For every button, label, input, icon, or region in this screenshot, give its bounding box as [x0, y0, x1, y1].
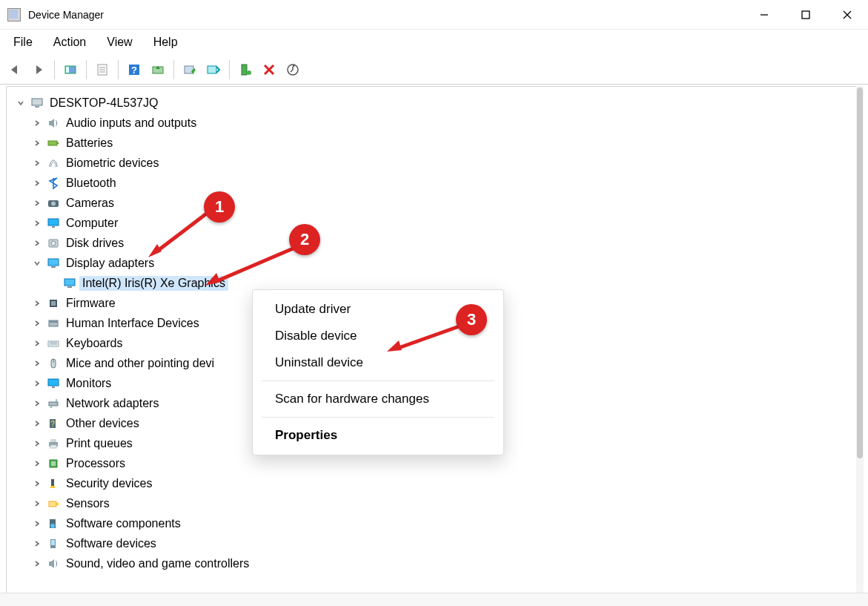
ctx-separator: [262, 381, 494, 381]
caret-right-icon[interactable]: [30, 397, 44, 410]
tree-item-batteries[interactable]: Batteries: [11, 133, 860, 153]
tree-item-label: Mice and other pointing devi: [63, 356, 217, 371]
svg-point-60: [50, 524, 55, 528]
fingerprint-icon: [47, 157, 60, 170]
tree-item-label: Sound, video and game controllers: [63, 556, 252, 571]
bluetooth-icon: [47, 177, 60, 190]
toolbar-update-driver-button[interactable]: [148, 59, 168, 80]
svg-rect-1: [802, 11, 809, 19]
keyboard-icon: [47, 337, 60, 350]
caret-right-icon[interactable]: [30, 297, 44, 310]
caret-down-icon[interactable]: [30, 257, 44, 270]
toolbar-uninstall-button[interactable]: [259, 59, 279, 80]
minimize-button[interactable]: [743, 0, 785, 30]
tree-item-computer[interactable]: Computer: [11, 213, 860, 233]
display-icon: [47, 257, 60, 270]
cpu-icon: [47, 457, 60, 470]
tree-item-biometric-devices[interactable]: Biometric devices: [11, 153, 860, 173]
caret-right-icon[interactable]: [30, 116, 44, 130]
tree-item-bluetooth[interactable]: Bluetooth: [11, 173, 860, 193]
caret-right-icon[interactable]: [30, 217, 44, 230]
scrollbar[interactable]: [856, 86, 864, 599]
tree-item-label: Audio inputs and outputs: [63, 116, 199, 131]
caret-right-icon[interactable]: [30, 417, 44, 430]
svg-rect-23: [57, 142, 59, 144]
scrollbar-thumb[interactable]: [857, 88, 863, 458]
caret-right-icon[interactable]: [30, 237, 44, 250]
tree-item-label: Processors: [63, 456, 128, 471]
caret-right-icon[interactable]: [30, 357, 44, 370]
toolbar-enable-device-button[interactable]: [179, 59, 200, 80]
toolbar-forward-button[interactable]: [28, 59, 49, 80]
svg-rect-14: [208, 66, 216, 73]
swcomp-icon: [47, 517, 60, 530]
other-icon: ?: [47, 417, 60, 430]
caret-right-icon[interactable]: [30, 157, 44, 170]
caret-right-icon[interactable]: [30, 437, 44, 450]
tree-item-software-components[interactable]: Software components: [11, 513, 860, 533]
svg-rect-56: [50, 486, 55, 488]
ctx-scan[interactable]: Scan for hardware changes: [253, 386, 503, 412]
svg-rect-54: [51, 461, 56, 466]
tree-item-processors[interactable]: Processors: [11, 453, 860, 473]
tree-item-label: Print queues: [63, 436, 136, 451]
toolbar-back-button[interactable]: [4, 59, 25, 80]
tree-item-security-devices[interactable]: Security devices: [11, 473, 860, 493]
toolbar-help-button[interactable]: ?: [124, 59, 145, 80]
caret-right-icon[interactable]: [30, 497, 44, 510]
tree-item-label: Computer: [63, 216, 121, 231]
tree-item-display-adapters[interactable]: Display adapters: [11, 253, 860, 273]
caret-right-icon[interactable]: [30, 537, 44, 550]
caret-right-icon[interactable]: [30, 337, 44, 350]
tree-item-cameras[interactable]: Cameras: [11, 193, 860, 213]
caret-right-icon[interactable]: [30, 377, 44, 390]
caret-right-icon[interactable]: [30, 457, 44, 470]
tree-item-software-devices[interactable]: Software devices: [11, 533, 860, 553]
tree-item-audio-inputs-and-outputs[interactable]: Audio inputs and outputs: [11, 113, 860, 133]
caret-right-icon[interactable]: [30, 197, 44, 210]
monitor-icon: [47, 217, 60, 230]
svg-text:?: ?: [131, 65, 137, 76]
ctx-properties[interactable]: Properties: [253, 422, 503, 449]
svg-rect-35: [51, 301, 56, 306]
toolbar: ?: [0, 55, 868, 85]
tree-item-sensors[interactable]: Sensors: [11, 493, 860, 513]
caret-right-icon[interactable]: [30, 136, 44, 150]
caret-right-icon[interactable]: [30, 557, 44, 570]
menu-action[interactable]: Action: [44, 33, 95, 52]
svg-rect-21: [35, 106, 39, 108]
toolbar-console-button[interactable]: [60, 59, 81, 80]
caret-right-icon[interactable]: [30, 317, 44, 330]
ctx-uninstall[interactable]: Uninstall device: [253, 349, 503, 376]
tree-item-sound-video-and-game-controllers[interactable]: Sound, video and game controllers: [11, 553, 860, 573]
toolbar-hardware-button[interactable]: [235, 59, 256, 80]
svg-rect-52: [50, 445, 56, 448]
svg-rect-30: [48, 259, 59, 266]
menu-view[interactable]: View: [98, 33, 141, 52]
tree-item-label: Software devices: [63, 536, 159, 551]
swdev-icon: [47, 537, 60, 550]
svg-rect-44: [52, 386, 55, 388]
svg-text:?: ?: [50, 420, 55, 428]
caret-right-icon[interactable]: [30, 477, 44, 490]
caret-right-icon[interactable]: [30, 517, 44, 530]
menu-help[interactable]: Help: [145, 33, 187, 52]
svg-point-25: [51, 201, 56, 205]
svg-rect-15: [242, 65, 247, 75]
tree-item-label: Biometric devices: [63, 156, 162, 171]
toolbar-scan-button[interactable]: [282, 59, 303, 80]
app-icon: [7, 8, 21, 22]
caret-down-icon[interactable]: [14, 96, 27, 110]
display-icon: [63, 277, 76, 290]
close-button[interactable]: [826, 0, 868, 30]
menu-file[interactable]: File: [4, 33, 42, 52]
toolbar-properties-button[interactable]: [92, 59, 113, 80]
tree-item-disk-drives[interactable]: Disk drives: [11, 233, 860, 253]
maximize-button[interactable]: [785, 0, 826, 30]
window-title: Device Manager: [28, 9, 104, 21]
tree-item-root[interactable]: DESKTOP-4L537JQ: [11, 93, 860, 113]
caret-right-icon[interactable]: [30, 177, 44, 190]
toolbar-disable-device-button[interactable]: [203, 59, 224, 80]
tree-item-label: Batteries: [63, 136, 116, 151]
status-strip: [0, 593, 868, 606]
